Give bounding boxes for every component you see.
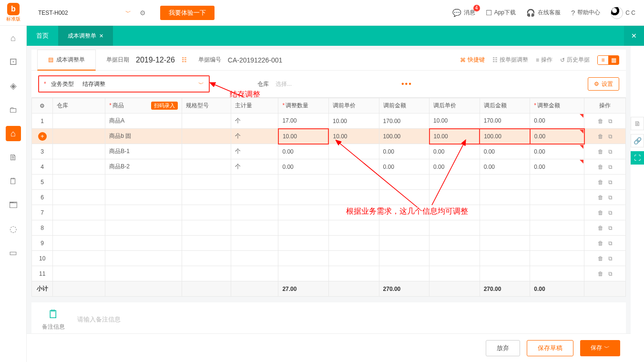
menu-icon: ≡ bbox=[536, 57, 539, 63]
cs-label: 在线客服 bbox=[538, 9, 561, 17]
col-gear[interactable]: ⚙ bbox=[32, 98, 53, 114]
history-link[interactable]: ↺历史单据 bbox=[560, 56, 590, 64]
table-row[interactable]: 3商品B-1个0.000.000.000.000.00🗑⧉ bbox=[32, 144, 626, 159]
delete-icon[interactable]: 🗑 bbox=[598, 194, 603, 201]
ops-link[interactable]: ≡操作 bbox=[536, 56, 552, 64]
keyboard-icon: ⌘ bbox=[460, 57, 466, 63]
nav-bag-icon[interactable]: 🗀 bbox=[6, 102, 21, 117]
table-row[interactable]: 9🗑⧉ bbox=[32, 236, 626, 251]
calendar-icon[interactable]: ☷ bbox=[182, 57, 187, 63]
subtotal-qty: 27.00 bbox=[278, 281, 329, 297]
delete-icon[interactable]: 🗑 bbox=[598, 209, 603, 216]
expand-icon[interactable]: ⛶ bbox=[631, 151, 644, 165]
delete-icon[interactable]: 🗑 bbox=[598, 240, 603, 247]
delete-icon[interactable]: 🗑 bbox=[598, 270, 603, 277]
tab-cost-adjust[interactable]: 成本调整单✕ bbox=[58, 26, 113, 46]
messages-link[interactable]: 💬 消息 4 bbox=[452, 9, 475, 17]
close-all-tabs[interactable]: ✕ bbox=[624, 26, 644, 46]
table-row[interactable]: 10🗑⧉ bbox=[32, 251, 626, 266]
col-amt-after: 调后金额 bbox=[480, 98, 530, 114]
table-row[interactable]: 6🗑⧉ bbox=[32, 190, 626, 205]
view-toggle[interactable]: ≡ ▦ bbox=[597, 55, 619, 65]
delete-icon[interactable]: 🗑 bbox=[598, 255, 603, 262]
help-label: 帮助中心 bbox=[577, 9, 600, 17]
gear-icon[interactable]: ⚙ bbox=[140, 9, 146, 17]
document-header: ▤ 成本调整单 单据日期 2019-12-26 ☷ 单据编号 CA-201912… bbox=[31, 50, 626, 71]
settings-button[interactable]: ⚙设置 bbox=[588, 77, 619, 91]
copy-icon[interactable]: ⧉ bbox=[608, 133, 613, 140]
table-row[interactable]: 8🗑⧉ bbox=[32, 220, 626, 236]
company-name: TEST-H002 bbox=[38, 10, 68, 16]
warehouse-select[interactable]: 仓库 选择... bbox=[257, 80, 292, 88]
table-row[interactable]: 7🗑⧉ bbox=[32, 205, 626, 220]
nav-house-icon[interactable]: ⌂ bbox=[6, 126, 21, 141]
nav-money-icon[interactable]: 🗎 bbox=[6, 150, 21, 165]
subtotal-row: 小计 27.00 270.00 270.00 0.00 bbox=[32, 281, 626, 297]
nav-home-icon[interactable]: ⌂ bbox=[6, 31, 21, 46]
table-row[interactable]: 4商品B-2个0.000.000.000.000.00🗑⧉ bbox=[32, 159, 626, 175]
col-adj-amt: *调整金额 bbox=[530, 98, 584, 114]
by-doc-link[interactable]: ☷按单据调整 bbox=[492, 56, 528, 64]
discard-button[interactable]: 放弃 bbox=[486, 340, 520, 356]
save-button[interactable]: 保存﹀ bbox=[580, 340, 620, 356]
question-icon: ? bbox=[571, 9, 575, 17]
delete-icon[interactable]: 🗑 bbox=[598, 118, 603, 124]
table-row[interactable]: 11🗑⧉ bbox=[32, 266, 626, 281]
copy-icon[interactable]: ⧉ bbox=[608, 270, 613, 277]
nav-gift-icon[interactable]: ⚀ bbox=[6, 54, 21, 70]
shortcut-label: 快捷键 bbox=[468, 56, 485, 64]
app-label: App下载 bbox=[494, 9, 516, 17]
view-list-icon[interactable]: ≡ bbox=[598, 56, 608, 64]
date-value[interactable]: 2019-12-26 bbox=[136, 56, 175, 64]
copy-icon[interactable]: ⧉ bbox=[608, 240, 613, 247]
copy-icon[interactable]: ⧉ bbox=[608, 209, 613, 216]
col-amt-before: 调前金额 bbox=[379, 98, 429, 114]
nav-new-icon[interactable]: ▭ bbox=[6, 245, 21, 260]
trial-button[interactable]: 我要体验一下 bbox=[160, 6, 215, 20]
company-selector[interactable]: TEST-H002 ﹀ bbox=[38, 9, 131, 17]
notes-input[interactable] bbox=[77, 316, 615, 323]
copy-icon[interactable]: ⧉ bbox=[608, 148, 613, 155]
copy-icon[interactable]: ⧉ bbox=[608, 194, 613, 201]
table-row[interactable]: 1商品A个17.0010.00170.0010.00170.000.00🗑⧉ bbox=[32, 114, 626, 129]
col-unit: 主计量 bbox=[231, 98, 278, 114]
subtotal-a2: 270.00 bbox=[480, 281, 530, 297]
nav-loading-icon[interactable]: ◌ bbox=[6, 221, 21, 237]
copy-icon[interactable]: ⧉ bbox=[608, 179, 613, 186]
copy-icon[interactable]: ⧉ bbox=[608, 118, 613, 124]
save-draft-button[interactable]: 保存草稿 bbox=[527, 340, 573, 356]
help-link[interactable]: ?帮助中心 bbox=[571, 9, 600, 17]
delete-icon[interactable]: 🗑 bbox=[598, 164, 603, 170]
delete-icon[interactable]: 🗑 bbox=[598, 179, 603, 186]
biz-type-select[interactable]: * 业务类型 结存调整 ﹀ bbox=[38, 75, 210, 93]
close-icon[interactable]: ✕ bbox=[99, 33, 103, 39]
shortcut-link[interactable]: ⌘快捷键 bbox=[460, 56, 485, 64]
add-row-icon[interactable]: + bbox=[38, 132, 47, 141]
delete-icon[interactable]: 🗑 bbox=[598, 225, 603, 231]
subtotal-label: 小计 bbox=[32, 281, 53, 297]
customer-service-link[interactable]: 🎧在线客服 bbox=[526, 9, 561, 17]
col-product: *商品扫码录入 bbox=[105, 98, 182, 114]
required-mark: * bbox=[44, 81, 46, 87]
view-grid-icon[interactable]: ▦ bbox=[608, 56, 619, 64]
nav-diamond-icon[interactable]: ◈ bbox=[6, 78, 21, 93]
more-icon[interactable]: ••• bbox=[401, 80, 412, 88]
user-menu[interactable]: C C bbox=[611, 7, 635, 19]
tab-home[interactable]: 首页 bbox=[27, 26, 58, 46]
by-doc-label: 按单据调整 bbox=[500, 56, 528, 64]
copy-icon[interactable]: ⧉ bbox=[608, 225, 613, 231]
note-icon[interactable]: 🗎 bbox=[631, 117, 644, 130]
subtotal-a1: 270.00 bbox=[379, 281, 429, 297]
app-download-link[interactable]: ☐App下载 bbox=[486, 9, 516, 17]
scan-chip[interactable]: 扫码录入 bbox=[151, 102, 178, 110]
table-row[interactable]: 5🗑⧉ bbox=[32, 175, 626, 190]
delete-icon[interactable]: 🗑 bbox=[598, 133, 603, 140]
table-row[interactable]: +商品b 固个10.0010.00100.0010.00100.000.00🗑⧉ bbox=[32, 129, 626, 144]
link-icon[interactable]: 🔗 bbox=[631, 134, 644, 147]
nav-clipboard-icon[interactable]: 🗒 bbox=[6, 174, 21, 189]
copy-icon[interactable]: ⧉ bbox=[608, 255, 613, 262]
wh-label: 仓库 bbox=[257, 80, 269, 88]
copy-icon[interactable]: ⧉ bbox=[608, 164, 613, 170]
nav-user-card-icon[interactable]: 🗔 bbox=[6, 197, 21, 213]
delete-icon[interactable]: 🗑 bbox=[598, 148, 603, 155]
